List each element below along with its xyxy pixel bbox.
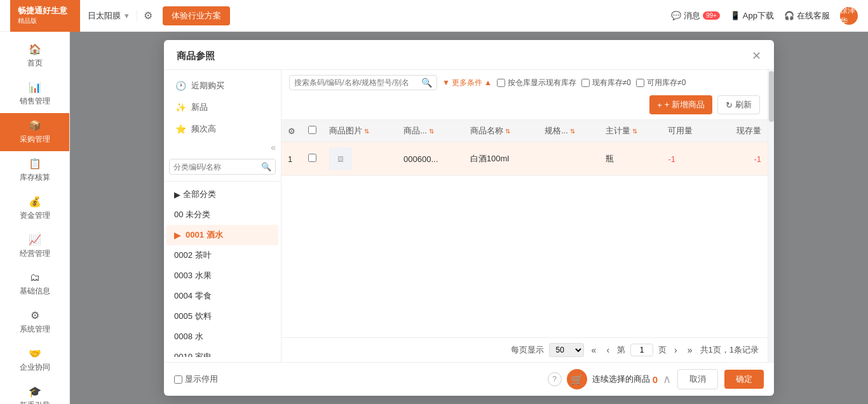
arrow-active-icon: ▶ [174,231,180,240]
collapse-left-button[interactable]: « [164,140,281,155]
cat-water[interactable]: 0008 水 [166,327,278,347]
th-gear[interactable]: ⚙ [281,120,302,142]
footer-cart: ? 🛒 连续选择的商品 0 ∧ [548,369,671,389]
name-col-sort[interactable]: 商品名称 ⇅ [470,125,532,137]
confirm-button[interactable]: 确定 [724,370,764,389]
sidebar-item-base[interactable]: 🗂 基础信息 [0,266,69,303]
product-table-wrap: ⚙ 商品图片 ⇅ 商品... ⇅ 商品名称 ⇅ 规格... ⇅ 主计量 ⇅ 可用… [281,120,768,337]
more-filter-button[interactable]: ▼ 更多条件 ▲ [442,77,492,88]
online-service-item[interactable]: 🎧 在线客服 [784,10,830,22]
store-selector[interactable]: 日太阳膜 ▾ [80,10,137,22]
avatar[interactable]: 徐泽华 [840,7,858,25]
td-unit: 瓶 [599,142,662,176]
cat-uncategorized[interactable]: 00 未分类 [166,205,278,225]
code-col-sort[interactable]: 商品... ⇅ [403,125,458,137]
sales-icon: 📊 [29,81,41,93]
new-product-item[interactable]: ✨ 新品 [169,97,276,118]
td-checkbox[interactable] [302,142,323,176]
arrow-right-icon: ▶ [174,190,180,199]
cat-all[interactable]: ▶ 全部分类 [166,184,278,205]
page-number-input[interactable] [630,344,653,356]
scroll-thumb[interactable] [769,71,774,122]
th-checkbox[interactable] [302,120,323,142]
sidebar-item-inventory[interactable]: 📋 库存核算 [0,151,69,189]
th-name: 商品名称 ⇅ [464,120,538,142]
sidebar-item-system[interactable]: ⚙ 系统管理 [0,303,69,341]
cat-tea[interactable]: 0002 茶叶 [166,245,278,266]
show-disabled-checkbox[interactable] [174,375,182,384]
collapse-cart-icon[interactable]: ∧ [663,372,671,386]
last-page-button[interactable]: » [685,344,695,356]
modal-footer: 显示停用 ? 🛒 连续选择的商品 0 ∧ 取消 确定 [164,362,774,396]
main-layout: 🏠 首页 📊 销售管理 📦 采购管理 📋 库存核算 💰 资金管理 📈 经营管理 … [0,32,868,404]
per-page-select[interactable]: 50 100 200 [549,343,584,357]
cancel-button[interactable]: 取消 [677,369,718,389]
show-disabled-checkbox-label[interactable]: 显示停用 [174,374,218,385]
message-icon: 💬 [671,11,681,20]
cat-snack[interactable]: 0004 零食 [166,286,278,306]
app-download-item[interactable]: 📱 App下载 [730,10,774,22]
refresh-button[interactable]: ↻ 刷新 [717,95,760,114]
frequent-label: 频次高 [191,123,216,135]
sidebar-item-finance[interactable]: 💰 资金管理 [0,189,69,227]
category-list: ▶ 全部分类 00 未分类 ▶ 0001 酒水 0002 茶 [164,184,281,357]
unit-col-sort[interactable]: 主计量 ⇅ [606,125,656,137]
sidebar-item-purchase[interactable]: 📦 采购管理 [0,113,69,151]
new-product-label: 新品 [191,102,208,113]
cat-liquor[interactable]: ▶ 0001 酒水 [166,225,278,245]
close-button[interactable]: ✕ [752,49,761,63]
checkbox-available-input[interactable] [636,79,644,87]
filter-label: 更多条件 [452,77,482,88]
message-badge: 99+ [703,11,720,20]
recent-purchase-item[interactable]: 🕐 近期购买 [169,75,276,97]
cart-text-label: 连续选择的商品 [592,374,650,385]
image-col-sort[interactable]: 商品图片 ⇅ [329,125,391,137]
row-checkbox[interactable] [308,154,316,162]
checkbox-warehouse-input[interactable] [497,79,505,87]
modal-overlay: 商品参照 ✕ 🕐 近期购买 ✨ 新 [70,32,868,404]
cat-fruit[interactable]: 0003 水果 [166,266,278,286]
prev-page-button[interactable]: ‹ [604,344,612,356]
recent-purchase-label: 近期购买 [191,80,224,91]
select-all-checkbox[interactable] [308,126,316,134]
th-stock: 现存量 [715,120,768,142]
sidebar-item-business[interactable]: 📈 经营管理 [0,227,69,266]
frequent-item[interactable]: ⭐ 频次高 [169,118,276,140]
product-search-input[interactable] [294,78,421,87]
spec-col-sort[interactable]: 规格... ⇅ [545,125,593,137]
home-icon: 🏠 [29,43,41,55]
category-search-input[interactable] [173,163,261,172]
table-row[interactable]: 1 🖼 000600... 白酒100ml [281,142,768,176]
message-item[interactable]: 💬 消息 99+ [671,10,720,22]
add-product-button[interactable]: + + 新增商品 [649,95,712,114]
sidebar-item-guide[interactable]: 🎓 新手引导 [0,379,69,404]
sort-icon: ⇅ [570,128,575,135]
cat-appliance[interactable]: 0010 家电 [166,347,278,357]
logo-badge: 精品版 [18,17,67,25]
search-icon[interactable]: 🔍 [261,162,271,172]
td-image: 🖼 [323,142,397,176]
system-icon: ⚙ [31,309,39,321]
next-page-button[interactable]: › [672,344,680,356]
search-submit-icon[interactable]: 🔍 [421,77,432,88]
help-icon[interactable]: ? [548,372,562,386]
checkbox-warehouse[interactable]: 按仓库显示现有库存 [497,77,576,88]
cart-icon[interactable]: 🛒 [567,369,587,389]
chevron-up-icon: ▲ [484,78,492,87]
sidebar-item-collab[interactable]: 🤝 企业协同 [0,341,69,379]
scrollbar[interactable] [768,70,774,362]
category-search-row: 🔍 [169,159,276,175]
star-icon: ⭐ [175,124,186,134]
gear-icon[interactable]: ⚙ [137,10,159,22]
trial-button[interactable]: 体验行业方案 [163,6,230,25]
settings-icon[interactable]: ⚙ [288,126,295,136]
first-page-button[interactable]: « [589,344,599,356]
sidebar-item-sales[interactable]: 📊 销售管理 [0,75,69,113]
checkbox-stock-nonzero[interactable]: 现有库存≠0 [581,77,631,88]
username-label: 徐泽华 [840,5,858,27]
checkbox-available-nonzero[interactable]: 可用库存≠0 [636,77,686,88]
sidebar-item-home[interactable]: 🏠 首页 [0,37,69,75]
checkbox-stock-input[interactable] [581,79,590,87]
cat-beverage[interactable]: 0005 饮料 [166,306,278,327]
page-label: 第 [617,344,625,356]
